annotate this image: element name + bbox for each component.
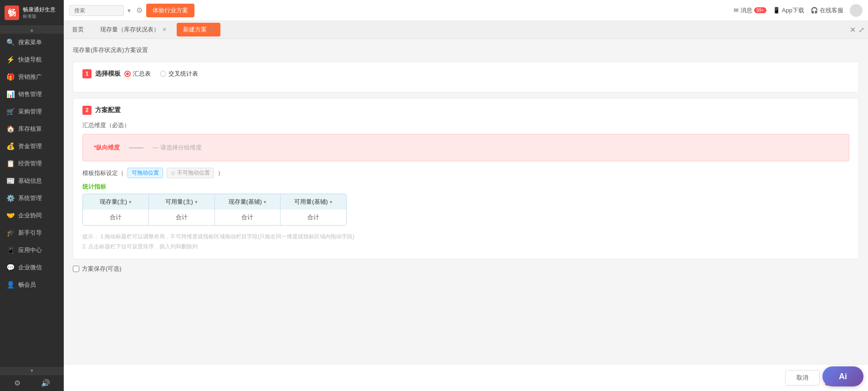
member-icon: 👤	[6, 281, 15, 289]
settings-icon[interactable]: ⚙	[14, 379, 20, 387]
col-current-aux[interactable]: 现存量(基辅) ▾	[215, 194, 281, 210]
cell-current-aux-sub: 合计	[215, 210, 281, 225]
sidebar-item-basic-info[interactable]: 📰 基础信息	[0, 172, 64, 190]
app-download-item[interactable]: 📱 App下载	[773, 6, 804, 15]
sidebar-item-system[interactable]: ⚙️ 系统管理	[0, 190, 64, 207]
marketing-icon: 🎁	[6, 73, 15, 81]
app-download-label: App下载	[782, 6, 804, 15]
sidebar-item-label-member: 畅会员	[18, 281, 36, 289]
step2-title: 方案配置	[95, 106, 121, 114]
sidebar-item-marketing[interactable]: 🎁 营销推广	[0, 68, 64, 86]
save-checkbox[interactable]	[73, 266, 79, 272]
sidebar-item-label-enterprise: 企业协同	[18, 211, 42, 220]
audio-icon[interactable]: 🔊	[41, 379, 50, 387]
sidebar-item-label-basic-info: 基础信息	[18, 177, 42, 185]
tip-prefix-1: 提示：	[82, 233, 99, 240]
step1-title: 选择模板	[95, 70, 121, 78]
tab-new-plan-label: 新建方案	[183, 26, 207, 34]
dim-row-placeholder: — 请选择分组维度	[153, 144, 202, 152]
sidebar-footer: ⚙ 🔊	[0, 375, 64, 391]
metrics-table-body: 合计 合计 合计 合计	[83, 210, 346, 225]
sidebar-item-wechat[interactable]: 💬 企业微信	[0, 259, 64, 276]
ai-fab-label: Ai	[839, 372, 847, 381]
newbie-icon: 🎓	[6, 229, 15, 237]
app-name: 畅康通好生意	[23, 6, 56, 14]
dimension-area[interactable]: *纵向维度 —— — 请选择分组维度	[82, 134, 849, 161]
cell-available-aux-sub: 合计	[281, 210, 346, 225]
topbar-right: ✉ 消息 99+ 📱 App下载 🎧 在线客服	[734, 4, 863, 17]
tab-new-plan-close-icon[interactable]: ✕	[209, 26, 214, 33]
search-icon: 🔍	[6, 38, 15, 46]
close-panel-icon[interactable]: ✕	[850, 26, 856, 34]
trial-industry-button[interactable]: 体验行业方案	[146, 4, 194, 17]
step1-section: 1 选择模板 汇总表 交叉统计表	[73, 62, 859, 93]
online-support-item[interactable]: 🎧 在线客服	[811, 6, 843, 15]
sidebar-item-inventory[interactable]: 🏠 库存核算	[0, 120, 64, 138]
radio-summary[interactable]: 汇总表	[124, 70, 151, 78]
cell-current-main-sub: 合计	[83, 210, 149, 225]
user-avatar[interactable]	[850, 4, 863, 17]
sidebar-item-enterprise[interactable]: 🤝 企业协同	[0, 207, 64, 224]
tabs-right-actions: ✕ ⤢	[850, 26, 868, 34]
sidebar-item-search[interactable]: 🔍 搜索菜单	[0, 34, 64, 51]
app-version: 标准版	[23, 13, 56, 20]
tab-inventory-close-icon[interactable]: ✕	[162, 26, 167, 33]
tip-text-2: 2. 点击标题栏下拉可设置排序、插入列和删除列	[82, 243, 198, 250]
sidebar-item-label-sales: 销售管理	[18, 90, 42, 98]
sidebar-item-member[interactable]: 👤 畅会员	[0, 276, 64, 293]
gear-icon[interactable]: ⚙	[136, 6, 143, 15]
step2-number: 2	[82, 106, 92, 115]
ai-fab-button[interactable]: Ai	[822, 366, 863, 386]
tip-text-1: 1.拖动标题栏可以调整布局，不可跨维度或指标区域拖动栏目字段(只能在同一维度或指…	[100, 233, 354, 240]
page-footer: 取消 查询	[64, 364, 868, 391]
radio-cross[interactable]: 交叉统计表	[160, 70, 198, 78]
col-current-main[interactable]: 现存量(主) ▾	[83, 194, 149, 210]
sidebar-item-purchase[interactable]: 🛒 采购管理	[0, 103, 64, 120]
tab-home[interactable]: 首页	[64, 21, 92, 38]
metrics-config-close: ）	[218, 169, 224, 177]
search-input[interactable]	[69, 5, 124, 16]
radio-summary-label: 汇总表	[133, 70, 151, 78]
col-available-main-chevron: ▾	[195, 199, 198, 205]
sidebar: 畅 畅康通好生意 标准版 ▲ 🔍 搜索菜单 ⚡ 快捷导航 🎁 营销推广 📊 销售…	[0, 0, 64, 391]
sidebar-scroll-up[interactable]: ▲	[0, 26, 64, 34]
messages-label: 消息	[740, 6, 752, 15]
metrics-config-label: 模板指标设定（ 可拖动位置 ⊘ 不可拖动位置 ）	[82, 168, 849, 178]
dropdown-arrow-icon[interactable]: ▾	[128, 7, 131, 14]
tab-home-label: 首页	[72, 26, 84, 34]
col-available-aux-chevron: ▾	[330, 199, 332, 205]
col-current-main-chevron: ▾	[129, 199, 132, 205]
step2-header: 2 方案配置	[82, 106, 849, 115]
sidebar-item-management[interactable]: 📋 经营管理	[0, 155, 64, 172]
stats-label: 统计指标	[82, 183, 849, 191]
sidebar-item-sales[interactable]: 📊 销售管理	[0, 86, 64, 103]
step1-header: 1 选择模板 汇总表 交叉统计表	[82, 69, 849, 78]
dim-section-label: 汇总维度（必选）	[82, 121, 849, 129]
sidebar-scroll-down[interactable]: ▼	[0, 367, 64, 375]
management-icon: 📋	[6, 159, 15, 168]
radio-cross-circle	[160, 71, 166, 77]
tab-inventory-label: 现存量（库存状况表）	[100, 26, 159, 34]
col-available-main[interactable]: 可用量(主) ▾	[149, 194, 215, 210]
sidebar-item-newbie[interactable]: 🎓 新手引导	[0, 224, 64, 242]
download-icon: 📱	[773, 7, 780, 14]
enterprise-icon: 🤝	[6, 211, 15, 220]
col-available-aux-label: 可用量(基辅)	[294, 198, 328, 206]
sidebar-item-shortcuts[interactable]: ⚡ 快捷导航	[0, 51, 64, 68]
metrics-table-header: 现存量(主) ▾ 可用量(主) ▾ 现存量(基辅) ▾ 可用量(基辅) ▾	[83, 194, 346, 210]
cell-available-main-sub: 合计	[149, 210, 215, 225]
sidebar-item-app-center[interactable]: 📱 应用中心	[0, 242, 64, 259]
cancel-button[interactable]: 取消	[785, 370, 820, 386]
messages-item[interactable]: ✉ 消息 99+	[734, 6, 766, 15]
tip-1: 提示： 1.拖动标题栏可以调整布局，不可跨维度或指标区域拖动栏目字段(只能在同一…	[82, 232, 849, 242]
metrics-table: 现存量(主) ▾ 可用量(主) ▾ 现存量(基辅) ▾ 可用量(基辅) ▾	[82, 194, 347, 226]
tab-inventory[interactable]: 现存量（库存状况表） ✕	[92, 21, 175, 38]
expand-panel-icon[interactable]: ⤢	[858, 26, 864, 34]
prohibited-icon: ⊘	[171, 170, 175, 176]
col-available-aux[interactable]: 可用量(基辅) ▾	[281, 194, 346, 210]
tab-new-plan[interactable]: 新建方案 ✕	[177, 23, 220, 36]
sidebar-item-label-finance: 资金管理	[18, 142, 42, 150]
sidebar-item-label-search: 搜索菜单	[18, 38, 42, 46]
sidebar-item-finance[interactable]: 💰 资金管理	[0, 138, 64, 155]
sidebar-item-label-purchase: 采购管理	[18, 108, 42, 116]
